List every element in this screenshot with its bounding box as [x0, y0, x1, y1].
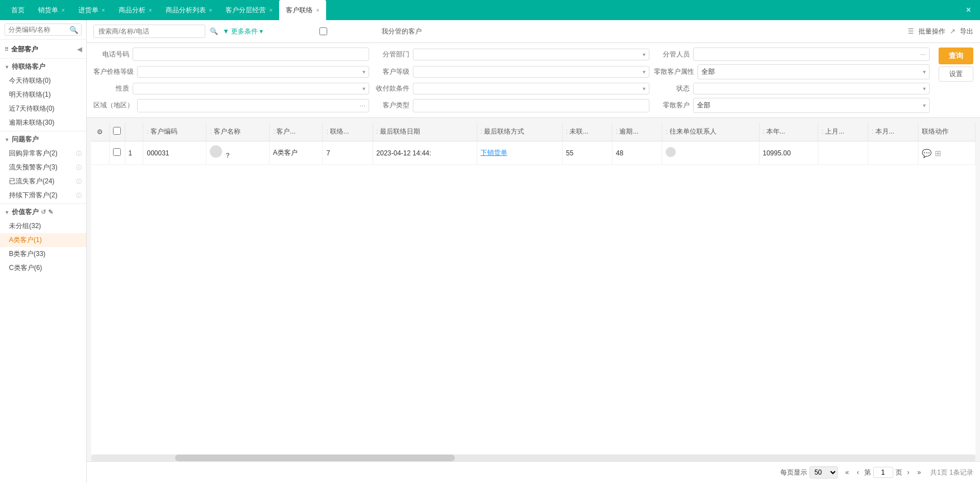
- sidebar-item-abnormal-repurchase[interactable]: 回购异常客户(2) ⓘ: [0, 146, 86, 160]
- filter-search-icon[interactable]: 🔍: [210, 27, 218, 35]
- prev-page-button[interactable]: ‹: [854, 467, 862, 477]
- sidebar-item-today-pending[interactable]: 今天待联络(0): [0, 74, 86, 88]
- price-level-select[interactable]: ▾: [137, 66, 369, 78]
- filter-field-dept: 分管部门 ▾: [374, 49, 649, 60]
- contact-method-link[interactable]: 下销货单: [480, 149, 507, 157]
- last-page-button[interactable]: »: [915, 467, 924, 477]
- th-unit-contact[interactable]: :往来单位联系人: [662, 122, 759, 141]
- retail-attr-chevron: ▾: [923, 69, 926, 75]
- action-icon-more[interactable]: ⊞: [935, 149, 941, 158]
- th-name[interactable]: :客户名称: [206, 122, 270, 141]
- sidebar-item-class-c[interactable]: C类客户(6): [0, 261, 86, 275]
- group-problem-customers[interactable]: ▼ 问题客户: [0, 132, 86, 146]
- divider2: [0, 131, 86, 131]
- close-sales-tab[interactable]: ×: [62, 7, 65, 13]
- nav-tab-home[interactable]: 首页: [4, 0, 31, 20]
- nav-tab-purchase[interactable]: 进货单 ×: [72, 0, 112, 20]
- close-purchase-tab[interactable]: ×: [102, 7, 105, 13]
- more-filter-button[interactable]: ▼ 更多条件 ▾: [223, 27, 263, 36]
- retail-attr-select[interactable]: 全部 ▾: [698, 64, 930, 79]
- th-checkbox[interactable]: [109, 122, 125, 141]
- export-label[interactable]: 导出: [960, 27, 973, 36]
- th-overdue[interactable]: :逾期...: [613, 122, 662, 141]
- action-icon-message[interactable]: 💬: [922, 149, 931, 158]
- close-product-analysis-tab[interactable]: ×: [149, 7, 152, 13]
- sidebar-search-container: 🔍: [0, 20, 86, 40]
- nav-tab-customer-contact[interactable]: 客户联络 ×: [279, 0, 326, 20]
- th-customer-type[interactable]: :客户...: [269, 122, 322, 141]
- person-input[interactable]: ···: [693, 48, 930, 61]
- group-pending-contact[interactable]: ▼ 待联络客户: [0, 60, 86, 74]
- sidebar-search-icon[interactable]: 🔍: [69, 26, 78, 34]
- sidebar-item-7days-pending[interactable]: 近7天待联络(0): [0, 102, 86, 116]
- collapse-icon[interactable]: ◀: [77, 46, 82, 53]
- my-customers-checkbox[interactable]: 我分管的客户: [267, 27, 422, 36]
- per-page-control: 每页显示 50 100 200: [780, 466, 838, 479]
- td-code[interactable]: 000031: [143, 141, 206, 165]
- customer-level-select[interactable]: ▾: [413, 66, 649, 78]
- sidebar-item-ungrouped[interactable]: 未分组(32): [0, 219, 86, 233]
- nav-tab-customer-segment[interactable]: 客户分层经营 ×: [219, 0, 279, 20]
- td-checkbox[interactable]: [109, 141, 125, 165]
- next-page-button[interactable]: ›: [904, 467, 912, 477]
- th-last-contact-date[interactable]: :最后联络日期: [373, 122, 477, 141]
- payment-select[interactable]: ▾: [413, 83, 649, 94]
- sidebar-item-lost-customers[interactable]: 已流失客户(24) ⓘ: [0, 174, 86, 188]
- th-code[interactable]: :客户编码: [143, 122, 206, 141]
- sidebar-item-class-a[interactable]: A类客户(1): [0, 233, 86, 247]
- status-select[interactable]: ▾: [693, 83, 930, 94]
- sidebar-item-class-b[interactable]: B类客户(33): [0, 247, 86, 261]
- page-input[interactable]: [873, 467, 893, 478]
- th-last-contact-method[interactable]: :最后联络方式: [477, 122, 562, 141]
- sidebar-root-all-customers[interactable]: ⠿ 全部客户 ◀: [0, 42, 86, 57]
- td-index: 1: [125, 141, 143, 165]
- close-product-analysis-list-tab[interactable]: ×: [209, 7, 213, 13]
- edit-icon[interactable]: ✎: [48, 209, 53, 216]
- nature-select[interactable]: ▾: [133, 83, 369, 94]
- retail-attr-label: 零散客户属性: [654, 67, 698, 77]
- phone-input[interactable]: [133, 48, 369, 61]
- sidebar-item-churn-warning[interactable]: 流失预警客户(3) ⓘ: [0, 160, 86, 174]
- th-this-month[interactable]: :本月...: [868, 122, 918, 141]
- region-input[interactable]: ···: [137, 99, 369, 112]
- scrollbar-thumb[interactable]: [175, 454, 455, 461]
- close-all-tabs[interactable]: ×: [962, 5, 976, 15]
- th-no-contact[interactable]: :未联...: [562, 122, 612, 141]
- select-all-checkbox[interactable]: [113, 127, 121, 135]
- td-last-contact-method[interactable]: 下销货单: [477, 141, 562, 165]
- filter-field-phone: 电话号码: [93, 48, 369, 61]
- sidebar-item-tomorrow-pending[interactable]: 明天待联络(1): [0, 88, 86, 102]
- search-input[interactable]: [93, 25, 205, 38]
- filter-field-region: 区域（地区） ···: [93, 99, 369, 112]
- filter-field-customer-type: 客户类型: [374, 99, 649, 112]
- nav-tab-sales[interactable]: 销货单 ×: [31, 0, 72, 20]
- horizontal-scrollbar[interactable]: [91, 454, 976, 461]
- my-customers-check[interactable]: [267, 27, 379, 35]
- per-page-select[interactable]: 50 100 200: [809, 466, 838, 479]
- divider3: [0, 203, 86, 204]
- sidebar-item-declining-customers[interactable]: 持续下滑客户(2) ⓘ: [0, 188, 86, 202]
- settings-button[interactable]: 设置: [939, 67, 973, 82]
- th-this-year[interactable]: :本年...: [759, 122, 818, 141]
- th-contact[interactable]: :联络...: [323, 122, 373, 141]
- first-page-button[interactable]: «: [842, 467, 852, 477]
- th-last-month[interactable]: :上月...: [818, 122, 868, 141]
- retail-customer-select[interactable]: 全部 ▾: [693, 98, 930, 113]
- close-customer-segment-tab[interactable]: ×: [269, 7, 272, 13]
- close-customer-contact-tab[interactable]: ×: [316, 7, 319, 13]
- refresh-icon[interactable]: ↺: [41, 209, 46, 216]
- query-button[interactable]: 查询: [939, 48, 973, 64]
- customer-name: ？: [224, 151, 231, 159]
- row-checkbox[interactable]: [113, 148, 121, 156]
- customer-type-input[interactable]: [413, 99, 649, 112]
- batch-ops-label[interactable]: 批量操作: [918, 27, 945, 36]
- value-customers-label: 价值客户: [12, 207, 39, 217]
- nav-tab-product-analysis[interactable]: 商品分析 ×: [112, 0, 159, 20]
- td-last-month: [818, 141, 868, 165]
- payment-label: 收付款条件: [374, 84, 413, 93]
- batch-ops-icon: ☰: [908, 27, 914, 35]
- dept-select[interactable]: ▾: [413, 49, 649, 60]
- nav-tab-product-analysis-list[interactable]: 商品分析列表 ×: [159, 0, 219, 20]
- th-gear[interactable]: ⚙: [91, 122, 109, 141]
- sidebar-item-overdue-contact[interactable]: 逾期未联络(30): [0, 116, 86, 130]
